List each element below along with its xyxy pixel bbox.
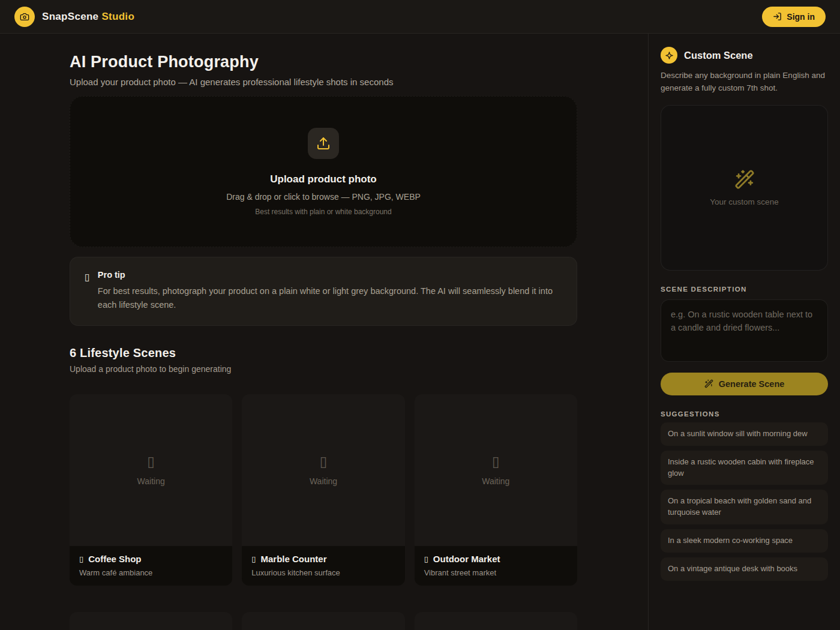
pro-tip-banner: ▯ Pro tip For best results, photograph y…: [70, 257, 577, 326]
brand-accent: Studio: [101, 11, 134, 22]
generate-scene-label: Generate Scene: [719, 379, 785, 389]
scene-waiting-label: Waiting: [310, 476, 337, 486]
scenes-section-title: 6 Lifestyle Scenes: [70, 346, 577, 360]
hourglass-placeholder-icon: ▯: [492, 454, 500, 470]
lightbulb-placeholder-icon: ▯: [85, 270, 90, 313]
hourglass-placeholder-icon: ▯: [147, 454, 155, 470]
magic-wand-icon: [734, 169, 755, 190]
scene-card-title: ▯ Marble Counter: [251, 554, 395, 564]
custom-scene-panel: Custom Scene Describe any background in …: [648, 34, 840, 630]
camera-icon: [14, 7, 35, 27]
page-title: AI Product Photography: [70, 53, 577, 71]
log-in-icon: [773, 12, 782, 21]
custom-scene-header: Custom Scene: [661, 47, 828, 64]
custom-scene-title: Custom Scene: [684, 50, 753, 61]
scene-description-label: SCENE DESCRIPTION: [661, 286, 828, 293]
scene-card-desc: Luxurious kitchen surface: [251, 568, 395, 577]
scene-card: ▯ Waiting ▯ Outdoor Market Vibrant stree…: [415, 394, 577, 586]
scene-emoji-placeholder-icon: ▯: [251, 554, 256, 563]
scene-grid: ▯ Waiting ▯ Coffee Shop Warm café ambian…: [70, 394, 577, 630]
scene-card-body: [242, 612, 404, 630]
generate-scene-button[interactable]: Generate Scene: [661, 373, 828, 395]
pro-tip-title: Pro tip: [98, 270, 562, 280]
scene-card-partial: [70, 612, 232, 630]
suggestion-item[interactable]: Inside a rustic wooden cabin with firepl…: [661, 451, 828, 485]
dropzone-note: Best results with plain or white backgro…: [255, 208, 391, 216]
app-header: SnapScene Studio Sign in: [0, 0, 840, 34]
scene-waiting-label: Waiting: [482, 476, 509, 486]
scene-card-partial: [242, 612, 404, 630]
scene-card-footer: ▯ Marble Counter Luxurious kitchen surfa…: [242, 546, 404, 586]
scene-card-body: [70, 612, 232, 630]
scene-emoji-placeholder-icon: ▯: [79, 554, 83, 563]
scene-card-title-text: Coffee Shop: [88, 554, 141, 564]
scene-card: ▯ Waiting ▯ Marble Counter Luxurious kit…: [242, 394, 404, 586]
scene-waiting-label: Waiting: [137, 476, 165, 486]
scene-card-title: ▯ Outdoor Market: [424, 554, 568, 564]
brand[interactable]: SnapScene Studio: [14, 7, 134, 27]
scene-card-body: [415, 612, 577, 630]
scene-card-desc: Warm café ambiance: [79, 568, 223, 577]
scene-description-input[interactable]: [661, 299, 828, 362]
scene-card-footer: ▯ Outdoor Market Vibrant street market: [415, 546, 577, 586]
custom-scene-description: Describe any background in plain English…: [661, 70, 828, 95]
suggestions-list: On a sunlit window sill with morning dew…: [661, 422, 828, 581]
scene-card-desc: Vibrant street market: [424, 568, 568, 577]
pro-tip-body: For best results, photograph your produc…: [98, 284, 562, 313]
suggestions-label: SUGGESTIONS: [661, 410, 828, 418]
wand-icon: [704, 379, 713, 388]
suggestion-item[interactable]: On a sunlit window sill with morning dew: [661, 422, 828, 446]
suggestion-item[interactable]: On a vintage antique desk with books: [661, 557, 828, 581]
brand-name: SnapScene Studio: [42, 11, 134, 23]
scene-card-partial: [415, 612, 577, 630]
upload-icon-tile: [308, 128, 339, 159]
scene-card-footer: ▯ Coffee Shop Warm café ambiance: [70, 546, 232, 586]
suggestion-item[interactable]: In a sleek modern co-working space: [661, 529, 828, 553]
scene-card-title: ▯ Coffee Shop: [79, 554, 223, 564]
hourglass-placeholder-icon: ▯: [320, 454, 328, 470]
upload-dropzone[interactable]: Upload product photo Drag & drop or clic…: [70, 96, 577, 247]
dropzone-hint: Drag & drop or click to browse — PNG, JP…: [226, 192, 421, 202]
scene-card-body: ▯ Waiting: [415, 394, 577, 546]
custom-scene-preview: Your custom scene: [661, 105, 828, 271]
sign-in-label: Sign in: [787, 12, 815, 22]
suggestion-item[interactable]: On a tropical beach with golden sand and…: [661, 490, 828, 524]
sparkles-icon: [661, 47, 677, 64]
page-subtitle: Upload your product photo — AI generates…: [70, 77, 577, 87]
scene-card-title-text: Marble Counter: [260, 554, 326, 564]
sign-in-button[interactable]: Sign in: [762, 7, 826, 27]
dropzone-title: Upload product photo: [270, 173, 377, 185]
scene-card-body: ▯ Waiting: [70, 394, 232, 546]
scene-card: ▯ Waiting ▯ Coffee Shop Warm café ambian…: [70, 394, 232, 586]
main-content: AI Product Photography Upload your produ…: [0, 34, 648, 630]
scenes-section-subtitle: Upload a product photo to begin generati…: [70, 364, 577, 374]
upload-icon: [316, 136, 331, 151]
preview-placeholder-label: Your custom scene: [710, 197, 778, 206]
brand-primary: SnapScene: [42, 11, 98, 22]
scene-emoji-placeholder-icon: ▯: [424, 554, 428, 563]
scene-card-body: ▯ Waiting: [242, 394, 404, 546]
scene-card-title-text: Outdoor Market: [433, 554, 500, 564]
